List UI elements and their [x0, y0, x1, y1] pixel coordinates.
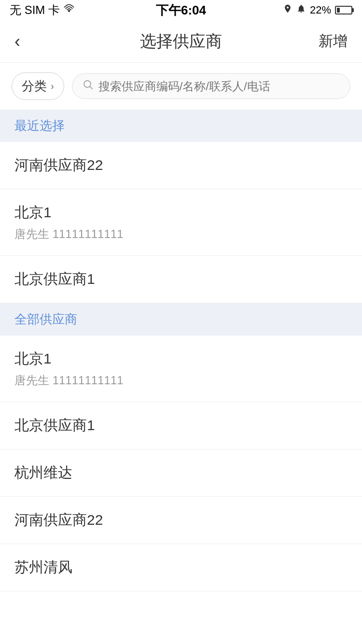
- list-item[interactable]: 苏州清风: [0, 544, 362, 591]
- list-item[interactable]: 北京供应商1: [0, 402, 362, 449]
- supplier-name: 河南供应商22: [14, 155, 348, 175]
- search-box: [72, 73, 350, 99]
- status-right: 22%: [283, 4, 352, 16]
- wifi-icon: [64, 3, 74, 17]
- all-items-list: 北京1唐先生 11111111111北京供应商1杭州维达河南供应商22苏州清风: [0, 336, 362, 591]
- carrier-text: 无 SIM 卡: [10, 2, 60, 18]
- battery-indicator: [335, 6, 352, 14]
- list-item[interactable]: 北京1唐先生 11111111111: [0, 189, 362, 256]
- page-title: 选择供应商: [43, 30, 319, 53]
- recent-section-header: 最近选择: [0, 110, 362, 142]
- filter-bar: 分类 ›: [0, 63, 362, 110]
- svg-point-0: [69, 10, 70, 12]
- supplier-contact: 唐先生 11111111111: [14, 226, 348, 242]
- category-button[interactable]: 分类 ›: [12, 72, 64, 100]
- search-icon: [82, 79, 94, 94]
- supplier-name: 北京1: [14, 349, 348, 369]
- nav-bar: ‹ 选择供应商 新增: [0, 20, 362, 63]
- all-section-label: 全部供应商: [14, 312, 77, 326]
- back-button[interactable]: ‹: [14, 31, 43, 52]
- status-bar: 无 SIM 卡 下午6:04 22%: [0, 0, 362, 20]
- add-button[interactable]: 新增: [319, 31, 348, 51]
- supplier-name: 北京供应商1: [14, 416, 348, 435]
- battery-percent: 22%: [310, 4, 331, 16]
- supplier-name: 北京供应商1: [14, 269, 348, 289]
- supplier-contact: 唐先生 11111111111: [14, 373, 348, 388]
- list-item[interactable]: 北京供应商1: [0, 256, 362, 303]
- svg-line-2: [90, 87, 92, 89]
- list-item[interactable]: 杭州维达: [0, 449, 362, 497]
- supplier-name: 杭州维达: [14, 463, 348, 483]
- all-section-header: 全部供应商: [0, 303, 362, 336]
- supplier-name: 北京1: [14, 203, 348, 223]
- list-item[interactable]: 北京1唐先生 11111111111: [0, 336, 362, 402]
- list-item[interactable]: 河南供应商22: [0, 142, 362, 189]
- supplier-name: 河南供应商22: [14, 510, 348, 530]
- search-input[interactable]: [98, 80, 340, 93]
- recent-section-label: 最近选择: [14, 118, 65, 133]
- location-icon: [283, 4, 292, 16]
- status-carrier: 无 SIM 卡: [10, 2, 74, 18]
- chevron-right-icon: ›: [51, 81, 54, 92]
- supplier-name: 苏州清风: [14, 558, 348, 577]
- category-label: 分类: [22, 78, 47, 95]
- status-time: 下午6:04: [156, 2, 206, 19]
- alarm-icon: [296, 4, 306, 16]
- recent-items-list: 河南供应商22北京1唐先生 11111111111北京供应商1: [0, 142, 362, 303]
- list-item[interactable]: 河南供应商22: [0, 497, 362, 544]
